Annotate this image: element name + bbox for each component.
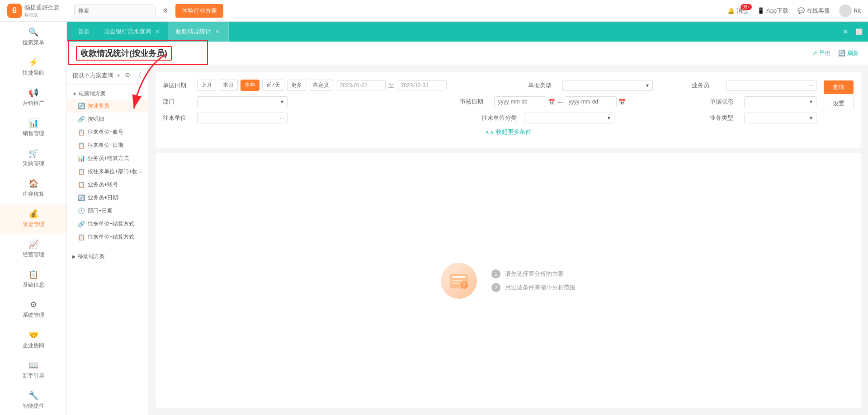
sidebar-item-guide[interactable]: 📖 新手引导 <box>0 355 66 385</box>
partner-text-input[interactable] <box>198 113 277 123</box>
mobile-expand-icon: ▶ <box>72 254 76 259</box>
panel-collapse-icon[interactable]: 《 <box>134 71 142 80</box>
panel-item-by-salesperson[interactable]: 🔄 按业务员 <box>67 99 148 113</box>
tab-bank-flow[interactable]: 现金银行流水查询 ✕ <box>97 22 169 42</box>
tab-collection-stat-close-icon[interactable]: ✕ <box>214 28 221 35</box>
panel-add-icon[interactable]: + <box>116 71 121 80</box>
partner-category-label: 往来单位分类 <box>481 114 517 122</box>
review-date-from-input[interactable] <box>494 96 546 107</box>
step-2-text: 用过滤条件来缩小分析范围 <box>505 283 576 292</box>
empty-step-1: 1 请先选择要分析的方案 <box>491 269 576 278</box>
gear-icon[interactable]: ⚙ <box>159 5 172 17</box>
panel-item-unit-date[interactable]: 📋 往来单位+日期 <box>67 139 148 152</box>
quick-nav-icon: ⚡ <box>28 57 38 67</box>
doc-status-select[interactable]: ▾ <box>744 96 816 107</box>
notification-area[interactable]: 🔔 消息 99+ <box>727 7 748 15</box>
calendar-to-icon[interactable]: 📅 <box>618 99 626 105</box>
panel-settings-icon[interactable]: ⚙ <box>124 71 132 80</box>
panel-item-unit-settle2[interactable]: 📋 往来单位+结算方式 <box>67 231 148 244</box>
app-download-action[interactable]: 📱 App下载 <box>757 7 788 15</box>
doc-status-label: 单据状态 <box>710 98 737 106</box>
date-btn-7days[interactable]: 近7天 <box>262 80 284 91</box>
calendar-from-icon[interactable]: 📅 <box>548 99 555 105</box>
sidebar-item-search-menu[interactable]: 🔍 搜索菜单 <box>0 22 66 52</box>
doc-type-select[interactable]: ▾ <box>562 80 653 91</box>
panel-item-sales-settle[interactable]: 📊 业务员+结算方式 <box>67 152 148 165</box>
sidebar-item-purchase[interactable]: 🛒 采购管理 <box>0 143 66 173</box>
sidebar-item-quick-nav[interactable]: ⚡ 快捷导航 <box>0 52 66 82</box>
partner-category-select[interactable]: ▾ <box>524 113 614 123</box>
filter-settings-button[interactable]: 设置 <box>824 97 854 110</box>
tab-collection-stat[interactable]: 收款情况统计 ✕ <box>169 22 229 42</box>
filter-row-date: 单据日期 上月 本月 本年 近7天 更多 自定义 <box>163 80 816 91</box>
operations-icon: 📈 <box>28 239 38 249</box>
collapse-bar[interactable]: ∧∧ 收起更多条件 <box>163 123 854 141</box>
collapse-label: 收起更多条件 <box>496 128 531 136</box>
dept-select[interactable]: ▾ <box>197 96 288 107</box>
panel-item-sales-date[interactable]: 🔄 业务员+日期 <box>67 191 148 204</box>
tab-home[interactable]: 首页 <box>71 28 97 36</box>
panel-header: 按以下方案查询 + ⚙ 《 <box>67 71 148 85</box>
sidebar: 🔍 搜索菜单 ⚡ 快捷导航 📢 营销推广 📊 销售管理 🛒 采购管理 🏠 库存核… <box>0 22 67 415</box>
sidebar-item-operations[interactable]: 📈 经营管理 <box>0 234 66 264</box>
desktop-section-title[interactable]: ▼ 电脑端方案 <box>67 88 148 99</box>
system-icon: ⚙ <box>30 300 37 310</box>
trial-button[interactable]: 体验行业方案 <box>175 4 223 18</box>
sidebar-item-system[interactable]: ⚙ 系统管理 <box>0 294 66 325</box>
export-icon: ↗ <box>812 50 817 57</box>
panel-item-unit-settle1[interactable]: 🔗 往来单位+结算方式 <box>67 217 148 231</box>
user-area[interactable]: Rit <box>839 5 861 17</box>
date-btn-more[interactable]: 更多 <box>287 80 306 91</box>
tab-bank-flow-label: 现金银行流水查询 <box>104 28 151 36</box>
date-btn-last-month[interactable]: 上月 <box>197 80 216 91</box>
tab-bank-flow-close-icon[interactable]: ✕ <box>154 28 161 35</box>
salesperson-text-input[interactable] <box>726 80 806 90</box>
top-search-input[interactable] <box>74 5 156 17</box>
panel-item-sales-account[interactable]: 📋 业务员+账号 <box>67 178 148 191</box>
sales-icon: 📊 <box>28 118 38 128</box>
salesperson-dots[interactable]: ··· <box>806 82 816 89</box>
review-date-to-input[interactable] <box>565 96 617 107</box>
panel-item-unit-account[interactable]: 📋 往来单位+账号 <box>67 126 148 139</box>
refresh-button[interactable]: 🔄 刷新 <box>838 49 859 57</box>
sidebar-item-smart-hw[interactable]: 🔧 智能硬件 <box>0 385 66 415</box>
main-content: 首页 现金银行流水查询 ✕ 收款情况统计 ✕ ✕ ⬜ 收款情况统计(按业务员) <box>67 22 868 415</box>
basic-info-icon: 📋 <box>28 269 38 279</box>
detail-item-icon: 🔗 <box>78 116 85 123</box>
sidebar-item-marketing[interactable]: 📢 营销推广 <box>0 82 66 113</box>
sales-account-label: 业务员+账号 <box>88 181 118 189</box>
salesperson-input: ··· <box>726 80 816 91</box>
unit-settle1-label: 往来单位+结算方式 <box>88 220 134 228</box>
search-menu-icon: 🔍 <box>28 27 38 37</box>
sidebar-item-basic-info[interactable]: 📋 基础信息 <box>0 264 66 294</box>
date-btn-custom[interactable]: 自定义 <box>309 80 333 91</box>
date-btn-this-year[interactable]: 本年 <box>241 80 259 91</box>
empty-svg: ? <box>445 267 472 294</box>
empty-content: ? 1 请先选择要分析的方案 2 用过滤条件来缩小分析范围 <box>441 263 576 299</box>
panel-item-unit-dept-coll[interactable]: 📋 按往来单位+部门+收... <box>67 165 148 178</box>
panel-item-dept-date[interactable]: 🕐 部门+日期 <box>67 204 148 217</box>
filter-main: 单据日期 上月 本月 本年 近7天 更多 自定义 <box>163 80 854 123</box>
partner-dots[interactable]: ··· <box>277 115 287 122</box>
mobile-section-title[interactable]: ▶ 移动端方案 <box>67 251 148 262</box>
online-service-action[interactable]: 💬 在线客服 <box>797 7 830 15</box>
window-maximize-icon[interactable]: ⬜ <box>854 27 864 37</box>
sidebar-item-finance[interactable]: 💰 资金管理 <box>0 203 66 234</box>
window-close-icon[interactable]: ✕ <box>841 27 850 37</box>
date-to-input[interactable] <box>397 80 447 90</box>
business-type-select[interactable]: ▾ <box>744 113 816 123</box>
right-content: 单据日期 上月 本月 本年 近7天 更多 自定义 <box>148 65 868 415</box>
date-btn-this-month[interactable]: 本月 <box>219 80 238 91</box>
sidebar-item-inventory[interactable]: 🏠 库存核算 <box>0 173 66 203</box>
export-button[interactable]: ↗ 导出 <box>812 49 831 57</box>
doc-status-chevron-icon: ▾ <box>810 99 812 105</box>
date-from-input[interactable] <box>336 80 386 90</box>
svg-text:?: ? <box>462 283 465 288</box>
tab-bar: 首页 现金银行流水查询 ✕ 收款情况统计 ✕ ✕ ⬜ <box>67 22 868 42</box>
panel-item-by-detail[interactable]: 🔗 按明细 <box>67 113 148 126</box>
sidebar-item-sales[interactable]: 📊 销售管理 <box>0 113 66 143</box>
sidebar-item-enterprise[interactable]: 🤝 企业协同 <box>0 325 66 355</box>
notification-badge: 99+ <box>741 4 752 10</box>
query-button[interactable]: 查询 <box>824 80 854 94</box>
date-label: 单据日期 <box>163 81 190 90</box>
